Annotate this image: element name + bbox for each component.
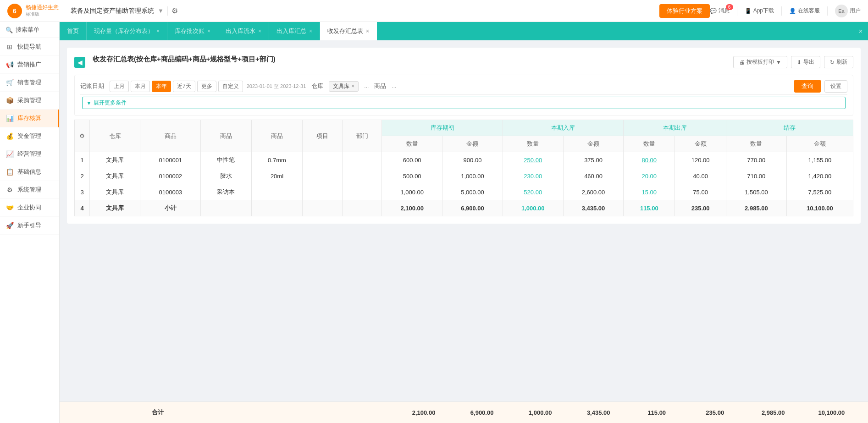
settings-button[interactable]: ⚙	[171, 6, 178, 15]
row2-out-qty[interactable]: 20.00	[624, 168, 675, 184]
row3-bal-amt: 7,525.00	[786, 184, 853, 200]
online-service-button[interactable]: 👤 在线客服	[789, 7, 820, 15]
query-actions: 查询 设置	[794, 80, 847, 93]
subtotal-in-qty[interactable]: 1,000.00	[503, 200, 563, 216]
tab-in-out-summary[interactable]: 出入库汇总 ×	[269, 22, 320, 40]
sidebar-item-base-info[interactable]: 📋 基础信息	[0, 163, 59, 181]
page-header-actions: 🖨 按模板打印 ▼ ⬇ 导出 ↻ 刷新	[733, 56, 853, 68]
row3-warehouse: 文具库	[90, 184, 140, 200]
total-open-qty: 2,100.00	[395, 406, 453, 419]
subtotal-open-qty: 2,100.00	[382, 200, 442, 216]
tab-bar: 首页 现存量（库存分布表） × 库存批次账 × 出入库流水 × 出入库汇总 ×	[60, 22, 868, 40]
row3-in-qty[interactable]: 520.00	[503, 184, 563, 200]
refresh-button[interactable]: ↻ 刷新	[824, 56, 853, 68]
sidebar-item-system[interactable]: ⚙ 系统管理	[0, 181, 59, 199]
footer-total-row: 合计 2,100.00 6,900.00 1,000.00 3,435.00 1…	[60, 401, 868, 423]
warehouse-more[interactable]: ...	[364, 83, 369, 89]
sidebar-item-sales[interactable]: 🛒 销售管理	[0, 74, 59, 92]
tab-stock-dist[interactable]: 现存量（库存分布表） ×	[87, 22, 167, 40]
th-in-qty: 数量	[503, 136, 563, 152]
row3-name: 采访本	[201, 184, 251, 200]
sys-dropdown-icon[interactable]: ▼	[158, 7, 164, 14]
date-btn-last-month[interactable]: 上月	[110, 81, 129, 92]
date-btn-7days[interactable]: 近7天	[173, 81, 195, 92]
row1-out-amt: 120.00	[675, 152, 726, 168]
sidebar-item-operations[interactable]: 📈 经营管理	[0, 145, 59, 163]
inventory-icon: 📊	[6, 115, 14, 122]
divider2	[737, 6, 737, 16]
row1-dept	[342, 152, 381, 168]
footer-table: 合计 2,100.00 6,900.00 1,000.00 3,435.00 1…	[67, 406, 861, 419]
expand-icon: ▼	[86, 100, 92, 106]
app-download-button[interactable]: 📱 App下载	[745, 7, 774, 15]
message-button[interactable]: 💬 消息 6	[710, 7, 730, 15]
row3-out-qty[interactable]: 15.00	[624, 184, 675, 200]
total-bal-qty: 2,985.00	[744, 406, 802, 419]
search-menu[interactable]: 🔍 搜索菜单	[0, 22, 59, 38]
export-button[interactable]: ⬇ 导出	[791, 56, 820, 68]
print-icon: 🖨	[739, 59, 745, 66]
expand-conditions-button[interactable]: ▼ 展开更多条件	[82, 97, 846, 109]
tab-bar-end: ×	[857, 26, 868, 37]
th-in-amt: 金额	[563, 136, 624, 152]
print-button[interactable]: 🖨 按模板打印 ▼	[733, 56, 787, 68]
tab-close-flow[interactable]: ×	[258, 28, 261, 34]
tab-home[interactable]: 首页	[60, 22, 87, 40]
warehouse-tag-close[interactable]: ×	[351, 83, 354, 89]
row2-bal-amt: 1,420.00	[786, 168, 853, 184]
th-settings[interactable]: ⚙	[75, 120, 90, 152]
date-btn-more[interactable]: 更多	[197, 81, 216, 92]
row2-project	[303, 168, 342, 184]
subtotal-out-qty[interactable]: 115.00	[624, 200, 675, 216]
tab-close-summary[interactable]: ×	[309, 28, 312, 34]
th-name: 商品	[201, 120, 251, 152]
user-button[interactable]: Ea 用户	[835, 5, 861, 17]
query-button[interactable]: 查询	[794, 80, 821, 93]
sidebar-item-guide[interactable]: 🚀 新手引导	[0, 217, 59, 235]
message-badge: 6	[726, 4, 733, 10]
sidebar-item-purchase[interactable]: 📦 采购管理	[0, 92, 59, 110]
tab-close-stock-dist[interactable]: ×	[156, 28, 160, 34]
tab-batch-accounts[interactable]: 库存批次账 ×	[167, 22, 218, 40]
tab-receive-summary[interactable]: 收发存汇总表 ×	[320, 22, 377, 40]
close-all-tabs-button[interactable]: ×	[857, 26, 864, 37]
subtotal-bal-qty: 2,985.00	[726, 200, 787, 216]
sidebar-item-quick-nav[interactable]: ⊞ 快捷导航	[0, 38, 59, 56]
tab-in-out-flow[interactable]: 出入库流水 ×	[218, 22, 269, 40]
sidebar-item-finance[interactable]: 💰 资金管理	[0, 127, 59, 145]
row1-code: 0100001	[140, 152, 201, 168]
row2-code: 0100002	[140, 168, 201, 184]
row1-bal-qty: 770.00	[726, 152, 787, 168]
page-header: ◀ 收发存汇总表(按仓库+商品编码+商品+规格型号+项目+部门) 🖨 按模板打印…	[74, 55, 853, 69]
date-range-text: 2023-01-01 至 2023-12-31	[247, 83, 306, 90]
row3-dept	[342, 184, 381, 200]
row2-in-qty[interactable]: 230.00	[503, 168, 563, 184]
date-btn-this-year[interactable]: 本年	[152, 81, 171, 92]
row1-out-qty[interactable]: 80.00	[624, 152, 675, 168]
print-dropdown-icon: ▼	[776, 59, 781, 66]
date-btn-custom[interactable]: 自定义	[218, 81, 243, 92]
row3-open-qty: 1,000.00	[382, 184, 442, 200]
row3-spec	[251, 184, 303, 200]
finance-icon: 💰	[6, 132, 14, 140]
sidebar-item-marketing[interactable]: 📢 营销推广	[0, 56, 59, 74]
export-icon: ⬇	[797, 59, 802, 66]
try-industry-button[interactable]: 体验行业方案	[659, 4, 710, 18]
sidebar-item-inventory[interactable]: 📊 库存核算	[0, 110, 59, 127]
row2-bal-qty: 710.00	[726, 168, 787, 184]
subtotal-open-amt: 6,900.00	[442, 200, 503, 216]
date-btn-this-month[interactable]: 本月	[131, 81, 150, 92]
row1-no: 1	[75, 152, 90, 168]
collapse-arrow[interactable]: ◀	[74, 57, 85, 68]
sidebar-item-enterprise[interactable]: 🤝 企业协同	[0, 199, 59, 217]
tab-close-receive[interactable]: ×	[366, 28, 369, 34]
system-icon: ⚙	[6, 186, 14, 193]
table-header-row-1: ⚙ 仓库 商品 商品 商品 项目 部门 库存期初 本期入库 本期出库	[75, 120, 853, 136]
goods-more[interactable]: ...	[392, 83, 396, 89]
row1-in-qty[interactable]: 250.00	[503, 152, 563, 168]
th-in-stock: 本期入库	[503, 120, 624, 136]
row2-spec: 20ml	[251, 168, 303, 184]
table-row: 3 文具库 0100003 采访本 1,000.00 5,000.00	[75, 184, 853, 200]
tab-close-batch[interactable]: ×	[207, 28, 210, 34]
settings-filter-button[interactable]: 设置	[824, 80, 847, 93]
